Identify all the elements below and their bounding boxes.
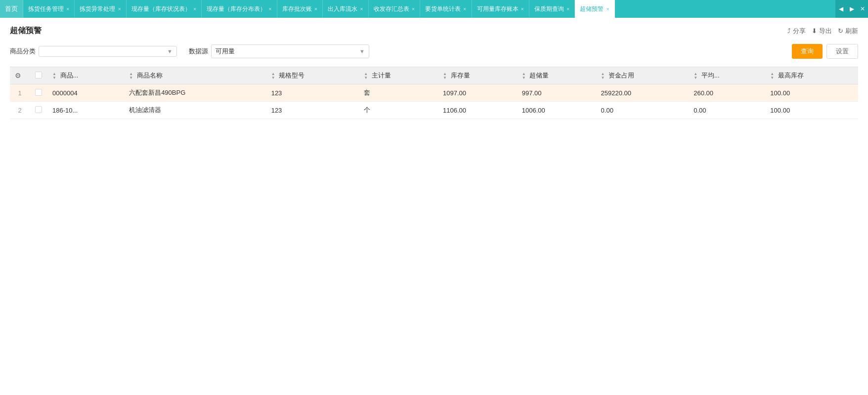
top-nav: 首页拣货任务管理×拣货异常处理×现存量（库存状况表）×现存量（库存分布表）×库存… — [0, 0, 868, 18]
datasource-select[interactable]: 可用量 ▼ — [211, 44, 369, 58]
sort-icon: ▲▼ — [271, 72, 275, 80]
row-num: 2 — [10, 102, 30, 119]
close-tab-inventory-status[interactable]: × — [193, 6, 196, 12]
category-label: 商品分类 — [10, 47, 36, 56]
export-icon: ⬇ — [812, 27, 817, 35]
settings-button[interactable]: 设置 — [826, 44, 858, 59]
row-spec: 123 — [266, 102, 359, 119]
row-overstock: 997.00 — [517, 84, 596, 102]
th-product-code[interactable]: ▲▼ 商品... — [47, 67, 124, 84]
nav-tab-quality-check[interactable]: 保质期查询× — [529, 0, 575, 18]
datasource-select-arrow: ▼ — [359, 48, 365, 54]
close-tab-inout-flow[interactable]: × — [360, 6, 363, 12]
nav-tab-order-stats[interactable]: 要货单统计表× — [420, 0, 472, 18]
select-all-checkbox[interactable] — [35, 72, 42, 79]
th-spec[interactable]: ▲▼ 规格型号 — [266, 67, 359, 84]
row-capital-occ: 259220.00 — [596, 84, 689, 102]
export-btn[interactable]: ⬇ 导出 — [812, 27, 832, 36]
close-tab-quality-check[interactable]: × — [566, 6, 569, 12]
datasource-select-value: 可用量 — [216, 47, 235, 56]
row-avg: 0.00 — [689, 102, 765, 119]
th-max-stock[interactable]: ▲▼ 最高库存 — [765, 67, 858, 84]
row-stock: 1097.00 — [438, 84, 517, 102]
refresh-btn[interactable]: ↻ 刷新 — [838, 27, 858, 36]
datasource-label: 数据源 — [189, 47, 208, 56]
th-avg[interactable]: ▲▼ 平均... — [689, 67, 765, 84]
row-checkbox[interactable] — [35, 89, 42, 96]
category-select-arrow: ▼ — [167, 48, 173, 54]
sort-icon: ▲▼ — [694, 72, 697, 80]
close-tab-available-account[interactable]: × — [521, 6, 524, 12]
nav-tab-inventory-dist[interactable]: 现存量（库存分布表）× — [202, 0, 277, 18]
row-num: 1 — [10, 84, 30, 102]
row-avg: 260.00 — [689, 84, 765, 102]
main-content: 超储预警 ⤴ 分享 ⬇ 导出 ↻ 刷新 商品分类 ▼ 数据源 — [0, 18, 868, 395]
close-tab-overstock-alert[interactable]: × — [606, 6, 609, 12]
close-tab-exception[interactable]: × — [118, 6, 121, 12]
row-product-name: 六配套新昌490BPG — [124, 84, 266, 102]
close-tab-task-mgmt[interactable]: × — [66, 6, 69, 12]
th-stock[interactable]: ▲▼ 库存量 — [438, 67, 517, 84]
nav-tab-home[interactable]: 首页 — [0, 0, 23, 18]
sort-icon: ▲▼ — [770, 72, 774, 80]
share-icon: ⤴ — [787, 27, 791, 35]
share-btn[interactable]: ⤴ 分享 — [787, 27, 806, 36]
sort-icon: ▲▼ — [522, 72, 526, 80]
th-product-name[interactable]: ▲▼ 商品名称 — [124, 67, 266, 84]
filter-actions: 查询 设置 — [792, 44, 858, 59]
nav-tab-inventory-status[interactable]: 现存量（库存状况表）× — [127, 0, 202, 18]
row-unit: 个 — [359, 102, 438, 119]
th-check — [30, 67, 47, 84]
table-body: 1 0000004 六配套新昌490BPG 123 套 1097.00 997.… — [10, 84, 858, 119]
row-checkbox[interactable] — [35, 106, 42, 113]
header-actions: ⤴ 分享 ⬇ 导出 ↻ 刷新 — [787, 27, 858, 36]
row-max-stock: 100.00 — [765, 102, 858, 119]
table-header-row: ⚙ ▲▼ 商品... ▲▼ 商品名称 ▲▼ 规格型号 ▲▼ — [10, 67, 858, 84]
th-capital-occ[interactable]: ▲▼ 资金占用 — [596, 67, 689, 84]
category-select[interactable]: ▼ — [39, 46, 177, 57]
page-title: 超储预警 — [10, 26, 42, 36]
data-table: ⚙ ▲▼ 商品... ▲▼ 商品名称 ▲▼ 规格型号 ▲▼ — [10, 67, 858, 119]
th-overstock[interactable]: ▲▼ 超储量 — [517, 67, 596, 84]
row-product-code: 186-10... — [47, 102, 124, 119]
table-header: ⚙ ▲▼ 商品... ▲▼ 商品名称 ▲▼ 规格型号 ▲▼ — [10, 67, 858, 84]
row-overstock: 1006.00 — [517, 102, 596, 119]
refresh-icon: ↻ — [838, 27, 843, 35]
nav-tab-inout-flow[interactable]: 出入库流水× — [323, 0, 368, 18]
query-button[interactable]: 查询 — [792, 44, 823, 59]
row-check[interactable] — [30, 102, 47, 119]
sort-icon: ▲▼ — [601, 72, 605, 80]
nav-tab-exception[interactable]: 拣货异常处理× — [75, 0, 126, 18]
row-check[interactable] — [30, 84, 47, 102]
close-tab-order-stats[interactable]: × — [463, 6, 466, 12]
row-product-name: 机油滤清器 — [124, 102, 266, 119]
filter-row: 商品分类 ▼ 数据源 可用量 ▼ 查询 设置 — [10, 44, 858, 59]
category-filter: 商品分类 ▼ — [10, 46, 177, 57]
nav-next-arrow[interactable]: ▶ — [846, 0, 857, 18]
close-tab-inventory-dist[interactable]: × — [268, 6, 271, 12]
nav-tab-available-account[interactable]: 可用量库存账本× — [472, 0, 529, 18]
row-product-code: 0000004 — [47, 84, 124, 102]
table-row: 1 0000004 六配套新昌490BPG 123 套 1097.00 997.… — [10, 84, 858, 102]
th-gear[interactable]: ⚙ — [10, 67, 30, 84]
table-row: 2 186-10... 机油滤清器 123 个 1106.00 1006.00 … — [10, 102, 858, 119]
close-tab-batch-account[interactable]: × — [314, 6, 317, 12]
sort-icon: ▲▼ — [129, 72, 133, 80]
nav-close-all[interactable]: ✕ — [857, 0, 868, 18]
close-tab-collect-summary[interactable]: × — [412, 6, 415, 12]
nav-tab-batch-account[interactable]: 库存批次账× — [277, 0, 323, 18]
sort-icon: ▲▼ — [443, 72, 447, 80]
row-capital-occ: 0.00 — [596, 102, 689, 119]
nav-tab-overstock-alert[interactable]: 超储预警× — [575, 0, 614, 18]
gear-icon[interactable]: ⚙ — [15, 72, 21, 79]
row-unit: 套 — [359, 84, 438, 102]
sort-icon: ▲▼ — [364, 72, 368, 80]
nav-arrows: ◀ ▶ ✕ — [835, 0, 868, 18]
nav-tab-collect-summary[interactable]: 收发存汇总表× — [369, 0, 420, 18]
sort-icon: ▲▼ — [52, 72, 56, 80]
page-header: 超储预警 ⤴ 分享 ⬇ 导出 ↻ 刷新 — [10, 26, 858, 36]
nav-prev-arrow[interactable]: ◀ — [835, 0, 846, 18]
nav-tab-task-mgmt[interactable]: 拣货任务管理× — [23, 0, 75, 18]
row-stock: 1106.00 — [438, 102, 517, 119]
th-unit[interactable]: ▲▼ 主计量 — [359, 67, 438, 84]
